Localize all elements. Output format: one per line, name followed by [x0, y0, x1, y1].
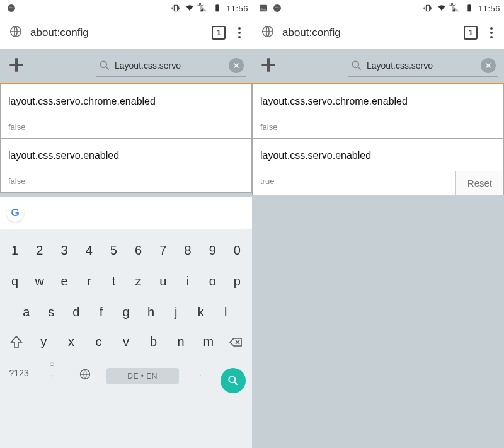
key[interactable]: m — [195, 330, 222, 358]
menu-button[interactable] — [233, 27, 246, 38]
firefox-icon — [6, 3, 16, 13]
key[interactable]: 4 — [77, 237, 101, 264]
menu-button[interactable] — [485, 27, 498, 38]
key[interactable]: w — [27, 268, 52, 295]
key[interactable]: a — [14, 299, 39, 326]
key[interactable]: k — [188, 299, 214, 326]
key[interactable]: z — [126, 268, 151, 295]
cellular-icon: 3G — [450, 3, 461, 13]
status-bar: 3G 11:56 — [252, 0, 504, 16]
enter-search-key[interactable] — [217, 362, 249, 399]
language-key-icon[interactable] — [68, 362, 101, 399]
url-text[interactable]: about:config — [30, 26, 204, 39]
key[interactable]: r — [77, 268, 101, 295]
url-bar: about:config 1 — [252, 16, 504, 49]
globe-icon — [9, 25, 23, 41]
vibrate-icon — [171, 3, 181, 13]
search-box — [348, 55, 498, 77]
wifi-icon — [437, 3, 447, 13]
battery-icon — [464, 3, 474, 13]
status-bar: 3G 11:56 — [0, 0, 252, 16]
search-input[interactable] — [367, 60, 477, 71]
config-value: false — [1, 117, 251, 138]
key[interactable]: b — [140, 330, 168, 358]
comma-key[interactable]: ☺, — [35, 362, 68, 399]
space-key[interactable]: DE • EN — [106, 362, 179, 399]
config-name: layout.css.servo.enabled — [253, 139, 503, 171]
key[interactable]: g — [113, 299, 139, 326]
vibrate-icon — [423, 3, 433, 13]
svg-rect-1 — [174, 5, 177, 11]
config-item[interactable]: layout.css.servo.enabled true Reset — [252, 139, 504, 195]
key[interactable]: 2 — [27, 237, 52, 264]
url-text[interactable]: about:config — [282, 26, 456, 39]
key[interactable]: o — [200, 268, 225, 295]
config-item[interactable]: layout.css.servo.enabled false — [0, 139, 252, 193]
search-icon — [98, 59, 111, 72]
add-pref-button[interactable] — [258, 55, 278, 78]
svg-point-5 — [100, 61, 106, 67]
key[interactable]: d — [64, 299, 89, 326]
svg-rect-2 — [215, 5, 219, 12]
symbols-key[interactable]: ?123 — [3, 362, 35, 399]
key[interactable]: 9 — [200, 237, 225, 264]
config-name: layout.css.servo.chrome.enabled — [1, 84, 251, 117]
clear-search-button[interactable] — [229, 58, 244, 73]
key[interactable]: i — [175, 268, 200, 295]
search-input[interactable] — [115, 60, 225, 71]
keyboard-row-numbers: 1 2 3 4 5 6 7 8 9 0 — [3, 237, 249, 264]
key[interactable]: v — [112, 330, 140, 358]
cellular-icon: 3G — [198, 3, 209, 13]
svg-rect-3 — [217, 4, 219, 4]
key[interactable]: f — [89, 299, 114, 326]
key[interactable]: 8 — [175, 237, 200, 264]
wifi-icon — [185, 3, 195, 13]
key[interactable]: h — [139, 299, 164, 326]
pane-left: 3G 11:56 about:config 1 layout.css.servo… — [0, 0, 252, 448]
key[interactable]: e — [52, 268, 76, 295]
tab-count[interactable]: 1 — [212, 26, 226, 40]
config-list: layout.css.servo.chrome.enabled false la… — [0, 84, 252, 193]
period-key[interactable]: . — [184, 362, 217, 399]
search-icon — [350, 59, 363, 72]
key[interactable]: c — [85, 330, 113, 358]
key[interactable]: 7 — [151, 237, 175, 264]
key[interactable]: y — [30, 330, 58, 358]
key[interactable]: 5 — [101, 237, 126, 264]
svg-point-14 — [352, 61, 358, 67]
reset-button[interactable]: Reset — [455, 171, 503, 195]
key[interactable]: u — [151, 268, 175, 295]
add-pref-button[interactable] — [6, 55, 26, 78]
config-list: layout.css.servo.chrome.enabled false la… — [252, 84, 504, 195]
key[interactable]: 1 — [3, 237, 27, 264]
url-bar: about:config 1 — [0, 16, 252, 49]
status-time: 11:56 — [226, 4, 248, 13]
pane-right: 3G 11:56 about:config 1 layout.css.servo… — [252, 0, 504, 448]
config-name: layout.css.servo.enabled — [1, 139, 251, 171]
key[interactable]: 0 — [225, 237, 249, 264]
key[interactable]: j — [163, 299, 188, 326]
key[interactable]: n — [167, 330, 195, 358]
config-item[interactable]: layout.css.servo.chrome.enabled false — [0, 84, 252, 139]
key[interactable]: l — [214, 299, 239, 326]
search-box — [96, 55, 246, 77]
config-value: false — [253, 117, 503, 138]
key[interactable]: t — [101, 268, 126, 295]
key[interactable]: q — [3, 268, 27, 295]
key[interactable]: 3 — [52, 237, 76, 264]
clear-search-button[interactable] — [481, 58, 496, 73]
search-toolbar — [0, 49, 252, 84]
backspace-key[interactable] — [222, 330, 250, 358]
svg-point-7 — [229, 376, 235, 382]
tab-count[interactable]: 1 — [464, 26, 478, 40]
keyboard-row-func: ?123 ☺, DE • EN . — [3, 362, 249, 399]
key[interactable]: 6 — [126, 237, 151, 264]
key[interactable]: p — [225, 268, 249, 295]
key[interactable]: x — [57, 330, 85, 358]
config-value: false — [1, 171, 251, 192]
shift-key[interactable] — [3, 330, 30, 358]
key[interactable]: s — [39, 299, 64, 326]
config-name: layout.css.servo.chrome.enabled — [253, 84, 503, 117]
config-item[interactable]: layout.css.servo.chrome.enabled false — [252, 84, 504, 139]
google-logo-icon[interactable]: G — [6, 204, 24, 222]
